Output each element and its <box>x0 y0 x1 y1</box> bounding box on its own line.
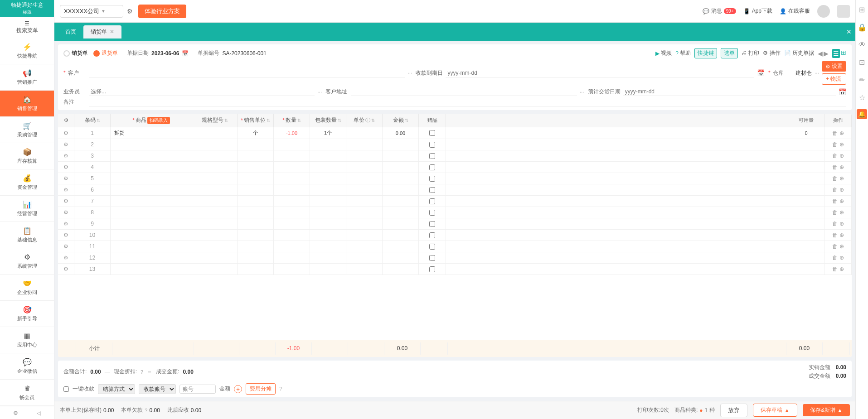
radio-return-order[interactable]: 退货单 <box>93 49 118 57</box>
td-unit-4[interactable] <box>238 162 274 173</box>
td-packqty-3[interactable] <box>310 150 346 161</box>
td-gift-3[interactable] <box>419 150 446 161</box>
settlement-method-select[interactable]: 结算方式 <box>98 384 135 394</box>
td-settings-10[interactable]: ⚙ <box>58 230 74 241</box>
td-barcode-8[interactable]: 8 <box>74 207 111 218</box>
prev-arrow[interactable]: ◀ <box>818 50 823 57</box>
sort-icon-packqty[interactable]: ⇅ <box>338 118 341 123</box>
td-settings-6[interactable]: ⚙ <box>58 184 74 195</box>
td-price-11[interactable] <box>346 241 383 252</box>
star-icon[interactable]: ☆ <box>857 92 867 104</box>
sidebar-item-purchase[interactable]: 🛒 采购管理 <box>0 117 54 143</box>
td-barcode-5[interactable]: 5 <box>74 173 111 184</box>
td-unit-6[interactable] <box>238 184 274 195</box>
warehouse-more-icon[interactable]: ··· <box>815 70 819 76</box>
td-remark-8[interactable] <box>446 207 788 218</box>
td-product-6[interactable] <box>111 184 192 195</box>
help-btn[interactable]: ? 帮助 <box>675 49 691 57</box>
td-qty-2[interactable] <box>274 139 310 150</box>
td-spec-13[interactable] <box>192 264 238 275</box>
discount-help-icon[interactable]: ? <box>141 369 143 375</box>
td-amount-13[interactable] <box>383 264 419 275</box>
trial-button[interactable]: 体验行业方案 <box>138 5 186 18</box>
shortcut-btn[interactable]: 快捷键 <box>694 48 717 58</box>
td-remark-5[interactable] <box>446 173 788 184</box>
td-packqty-6[interactable] <box>310 184 346 195</box>
td-settings-7[interactable]: ⚙ <box>58 196 74 207</box>
td-amount-1[interactable]: 0.00 <box>383 127 419 139</box>
td-barcode-9[interactable]: 9 <box>74 218 111 229</box>
td-barcode-10[interactable]: 10 <box>74 230 111 241</box>
td-amount-6[interactable] <box>383 184 419 195</box>
delete-icon-10[interactable]: 🗑 <box>832 232 838 238</box>
td-barcode-11[interactable]: 11 <box>74 241 111 252</box>
td-settings-5[interactable]: ⚙ <box>58 173 74 184</box>
sidebar-item-operations[interactable]: 📊 经营管理 <box>0 196 54 222</box>
td-barcode-12[interactable]: 12 <box>74 252 111 263</box>
eye-icon[interactable]: 👁 <box>857 39 868 51</box>
td-packqty-11[interactable] <box>310 241 346 252</box>
sort-icon-unit[interactable]: ⇅ <box>267 118 270 123</box>
td-price-9[interactable] <box>346 218 383 229</box>
td-packqty-4[interactable] <box>310 162 346 173</box>
td-remark-1[interactable] <box>446 127 788 139</box>
td-qty-9[interactable] <box>274 218 310 229</box>
list-view-btn[interactable]: ☰ <box>832 49 840 58</box>
td-remark-7[interactable] <box>446 196 788 207</box>
td-price-6[interactable] <box>346 184 383 195</box>
sidebar-item-search[interactable]: ☰ 搜索菜单 <box>0 17 54 38</box>
td-spec-2[interactable] <box>192 139 238 150</box>
sidebar-item-marketing[interactable]: 📢 营销推广 <box>0 64 54 91</box>
td-spec-4[interactable] <box>192 162 238 173</box>
sidebar-item-basic[interactable]: 📋 基础信息 <box>0 222 54 248</box>
tab-close-icon[interactable]: ✕ <box>110 29 114 35</box>
sort-icon-amount[interactable]: ⇅ <box>405 118 408 123</box>
td-price-4[interactable] <box>346 162 383 173</box>
td-price-8[interactable] <box>346 207 383 218</box>
td-qty-13[interactable] <box>274 264 310 275</box>
message-button[interactable]: 💬 消息 99+ <box>703 7 736 15</box>
copy-icon-5[interactable]: ⊕ <box>839 175 844 182</box>
td-packqty-1[interactable]: 1个 <box>310 127 346 139</box>
sort-icon-barcode[interactable]: ⇅ <box>97 118 100 123</box>
td-price-7[interactable] <box>346 196 383 207</box>
delivery-calendar-icon[interactable]: 📅 <box>839 88 846 96</box>
collapse-icon[interactable]: ◁ <box>37 410 41 416</box>
td-packqty-12[interactable] <box>310 252 346 263</box>
td-barcode-13[interactable]: 13 <box>74 264 111 275</box>
add-payment-btn[interactable]: + <box>234 385 242 393</box>
td-amount-11[interactable] <box>383 241 419 252</box>
td-unit-1[interactable]: 个 <box>238 127 274 139</box>
radio-sales-order[interactable]: 销货单 <box>63 49 88 57</box>
td-gift-7[interactable] <box>419 196 446 207</box>
td-gift-12[interactable] <box>419 252 446 263</box>
td-amount-12[interactable] <box>383 252 419 263</box>
address-more-icon[interactable]: ··· <box>580 89 584 95</box>
delete-icon-6[interactable]: 🗑 <box>832 187 838 193</box>
operations-btn[interactable]: ⚙ 操作 <box>763 49 780 57</box>
td-qty-12[interactable] <box>274 252 310 263</box>
logistics-button[interactable]: + 物流 <box>822 73 846 85</box>
history-btn[interactable]: 📄 历史单据 <box>784 49 814 57</box>
copy-icon-4[interactable]: ⊕ <box>839 164 844 170</box>
sidebar-item-system[interactable]: ⚙ 系统管理 <box>0 248 54 275</box>
next-arrow[interactable]: ▶ <box>824 50 829 57</box>
customer-more-icon[interactable]: ··· <box>407 70 412 76</box>
th-settings[interactable]: ⚙ <box>58 114 74 127</box>
copy-icon-2[interactable]: ⊕ <box>839 141 844 148</box>
account-number-input[interactable] <box>179 385 216 394</box>
due-date-calendar-icon[interactable]: 📅 <box>757 69 765 77</box>
delete-icon-7[interactable]: 🗑 <box>832 198 838 204</box>
discard-button[interactable]: 放弃 <box>720 404 747 417</box>
sidebar-item-quick-nav[interactable]: ⚡ 快捷导航 <box>0 38 54 64</box>
td-packqty-9[interactable] <box>310 218 346 229</box>
save-draft-button[interactable]: 保存草稿 ▲ <box>753 404 797 417</box>
debt-tip-icon[interactable]: ? <box>145 408 147 413</box>
td-settings-2[interactable]: ⚙ <box>58 139 74 150</box>
td-price-12[interactable] <box>346 252 383 263</box>
td-packqty-8[interactable] <box>310 207 346 218</box>
expand-icon[interactable]: ⊞ <box>857 4 867 16</box>
copy-icon-1[interactable]: ⊕ <box>839 130 844 136</box>
grid-view-btn[interactable]: ⊞ <box>841 49 846 58</box>
td-settings-13[interactable]: ⚙ <box>58 264 74 275</box>
